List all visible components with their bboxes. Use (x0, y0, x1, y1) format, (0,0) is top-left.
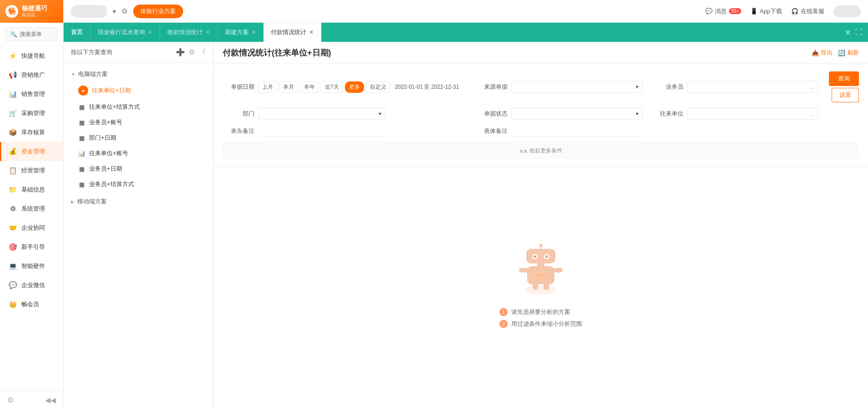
counterpart-placeholder: ... (809, 111, 814, 117)
this-year-btn[interactable]: 本年 (300, 81, 319, 93)
settings-bottom-icon[interactable]: ⚙ (7, 396, 14, 404)
table-header-note-label: 表头备注 (223, 127, 254, 135)
salesman-select[interactable]: ... (687, 81, 818, 93)
tab-close-payments[interactable]: ✕ (309, 29, 314, 35)
tab-cash-flow[interactable]: 现金银行流水查询 ✕ (90, 23, 160, 42)
nav-item-label: 系统管理 (21, 205, 45, 213)
topbar-dropdown[interactable]: ▾ (113, 8, 116, 15)
nav-item-label: 企业协同 (21, 224, 45, 232)
this-month-btn[interactable]: 本月 (279, 81, 298, 93)
sidebar-item-enterprise[interactable]: 🤝 企业协同 (0, 218, 63, 237)
refresh-button[interactable]: 🔄 刷新 (838, 49, 859, 57)
nav-item-label: 库存核算 (21, 128, 45, 136)
sidebar-logo: 畅 畅捷通巧 标准版 (0, 0, 63, 23)
topbar-left: ▾ ⚙ 体验行业方案 (71, 5, 183, 18)
last-7days-btn[interactable]: 近7天 (321, 81, 343, 93)
tab-close-receipts[interactable]: ✕ (205, 29, 210, 35)
schema-label-salesman-settlement: 业务员+结算方式 (89, 180, 134, 188)
collapse-panel-icon[interactable]: 《 (199, 47, 206, 57)
sidebar-item-marketing[interactable]: 📢 营销推广 (0, 66, 63, 85)
dept-dropdown-icon: ▾ (379, 111, 381, 117)
left-panel: 按以下方案查询 ➕ ⚙ 《 ▼ 电脑端方案 ● 往来单位+日期▦ (64, 42, 214, 409)
last-month-btn[interactable]: 上月 (258, 81, 277, 93)
scheme-settings-icon[interactable]: ⚙ (189, 48, 195, 56)
sidebar-item-basic[interactable]: 📁 基础信息 (0, 180, 63, 199)
app-download-item[interactable]: 📱 App下载 (750, 7, 782, 15)
close-all-tabs-icon[interactable]: ✕ (845, 28, 851, 37)
query-scheme-label: 按以下方案查询 (71, 48, 112, 56)
service-icon: 🎧 (791, 8, 798, 15)
schema-item-salesman-account[interactable]: ▦ 业务员+账号 (64, 115, 213, 130)
schema-item-salesman-settlement[interactable]: ▦ 业务员+结算方式 (64, 177, 213, 192)
sidebar-item-vip[interactable]: 👑 畅会员 (0, 295, 63, 314)
wechat-icon: 💬 (9, 281, 17, 289)
table-header-note-input[interactable] (258, 125, 385, 136)
counterpart-select[interactable]: ... (687, 108, 818, 120)
sidebar-item-purchase[interactable]: 🛒 采购管理 (0, 104, 63, 123)
maximize-icon[interactable]: ⛶ (855, 28, 863, 36)
messages-label: 消息 (715, 7, 727, 15)
sidebar-item-wechat[interactable]: 💬 企业微信 (0, 276, 63, 295)
schema-item-counterpart-date[interactable]: ● 往来单位+日期 (64, 82, 213, 99)
tab-home[interactable]: 首页 (64, 23, 90, 42)
table-body-note-label: 表体备注 (476, 127, 508, 135)
sidebar-item-quick-nav[interactable]: ⚡ 快捷导航 (0, 46, 63, 66)
sidebar-item-hardware[interactable]: 💻 智能硬件 (0, 257, 63, 276)
online-service-item[interactable]: 🎧 在线客服 (791, 7, 824, 15)
desktop-group-label: 电脑端方案 (78, 70, 108, 78)
collapse-up-icon: ∧∧ (519, 148, 528, 154)
search-menu-button[interactable]: 🔍 搜索菜单 (5, 27, 58, 41)
table-body-note-input[interactable] (511, 125, 642, 136)
voucher-status-select[interactable]: ▾ (511, 108, 642, 120)
filter-area: 单据日期 上月 本月 本年 近7天 更多 自定义 2022-01-01 至 20… (214, 64, 868, 167)
source-select[interactable]: ▾ (511, 81, 642, 93)
vip-icon: 👑 (9, 300, 17, 308)
tab-payments[interactable]: 付款情况统计 ✕ (264, 23, 321, 42)
tab-close-new-plan[interactable]: ✕ (251, 29, 256, 35)
messages-item[interactable]: 💬 消息 99+ (705, 7, 741, 15)
source-dropdown-icon: ▾ (636, 84, 639, 90)
nav-item-label: 销售管理 (21, 90, 45, 98)
nav-item-label: 经营管理 (21, 167, 45, 175)
schema-item-counterpart-settlement[interactable]: ▦ 往来单位+结算方式 (64, 99, 213, 115)
add-scheme-icon[interactable]: ➕ (176, 48, 185, 56)
custom-date-btn[interactable]: 自定义 (366, 81, 390, 93)
sidebar-item-inventory[interactable]: 📦 库存核算 (0, 123, 63, 142)
collapse-label: 收起更多条件 (529, 147, 562, 155)
settings-button[interactable]: 设置 (832, 88, 859, 102)
sidebar-item-finance[interactable]: 💰 资金管理 (0, 142, 63, 161)
export-button[interactable]: 📤 导出 (812, 49, 833, 57)
date-buttons: 上月 本月 本年 近7天 更多 自定义 (258, 81, 390, 93)
operations-icon: 📋 (9, 167, 17, 175)
tab-close-cash-flow[interactable]: ✕ (148, 29, 152, 35)
query-button[interactable]: 查询 (829, 71, 859, 86)
sidebar-item-sales[interactable]: 📊 销售管理 (0, 85, 63, 104)
schema-item-salesman-date[interactable]: ▦ 业务员+日期 (64, 161, 213, 177)
nav-item-label: 企业微信 (21, 281, 45, 289)
voucher-status-dropdown-icon: ▾ (636, 111, 639, 117)
topbar-settings-icon[interactable]: ⚙ (121, 7, 128, 15)
schema-item-counterpart-account[interactable]: 📊 往来单位+账号 (64, 146, 213, 161)
page-title: 付款情况统计(往来单位+日期) (223, 47, 331, 58)
sidebar-item-guide[interactable]: 🎯 新手引导 (0, 237, 63, 257)
message-icon: 💬 (705, 8, 713, 15)
trial-button[interactable]: 体验行业方案 (133, 5, 183, 18)
schema-item-dept-date[interactable]: ▦ 部门+日期 (64, 130, 213, 146)
dept-select[interactable]: ▾ (258, 108, 385, 120)
schema-label-salesman-account: 业务员+账号 (89, 118, 122, 126)
collapse-sidebar-icon[interactable]: ◀◀ (45, 396, 56, 404)
active-dot: ● (78, 86, 88, 96)
sidebar-item-system[interactable]: ⚙ 系统管理 (0, 199, 63, 218)
schema-label-counterpart-settlement: 往来单位+结算方式 (89, 103, 140, 111)
schema-label-counterpart-account: 往来单位+账号 (89, 149, 128, 157)
mobile-group-header[interactable]: ▶ 移动端方案 (64, 194, 213, 209)
tabbar-actions: ✕ ⛶ (839, 23, 868, 42)
more-dates-btn[interactable]: 更多 (345, 81, 364, 93)
collapse-bar[interactable]: ∧∧ 收起更多条件 (223, 142, 859, 159)
tab-receipts[interactable]: 收款情况统计 ✕ (160, 23, 218, 42)
desktop-group-header[interactable]: ▼ 电脑端方案 (64, 66, 213, 82)
nav-item-label: 基础信息 (21, 186, 45, 194)
sidebar-item-operations[interactable]: 📋 经营管理 (0, 161, 63, 180)
tab-label-home: 首页 (71, 28, 83, 36)
tab-new-plan[interactable]: 新建方案 ✕ (218, 23, 264, 42)
